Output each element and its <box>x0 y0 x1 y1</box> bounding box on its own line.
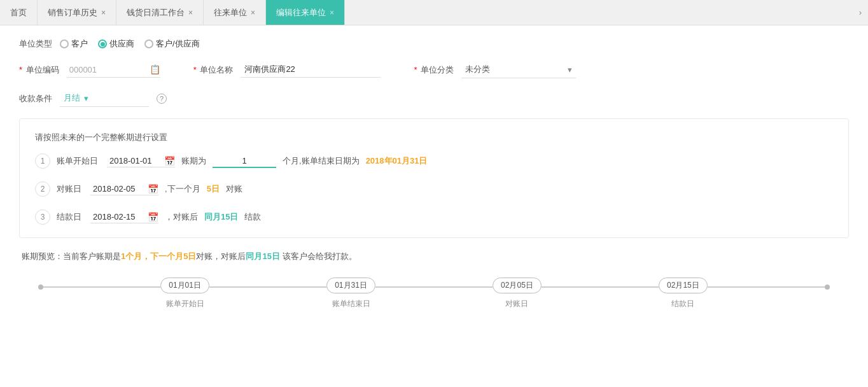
tab-partner-close[interactable]: × <box>251 8 255 17</box>
unit-code-label: * 单位编码 <box>19 64 59 76</box>
required-star-name: * <box>193 65 197 74</box>
period-start-date-wrap: 📅 <box>107 155 175 167</box>
tab-sales-label: 销售订单历史 <box>48 7 97 18</box>
preview-text: 账期预览：当前客户账期是1个月，下一个月5日对账，对账后同月15日 该客户会给我… <box>19 251 849 262</box>
period-desc-3b: 结款 <box>244 211 261 223</box>
period-num-3: 3 <box>35 209 50 225</box>
period-recon-date-wrap: 📅 <box>90 183 158 195</box>
period-desc-3a: ，对账后 <box>165 211 198 223</box>
tl-label-3: 对账日 <box>505 299 528 309</box>
period-row-1: 1 账单开始日 📅 账期为 个月,账单结束日期为 2018年01月31日 <box>35 153 833 169</box>
unit-code-row: * 单位编码 📋 * 单位名称 * 单位分类 未分类 ▾ <box>19 61 849 78</box>
period-row-3: 3 结款日 📅 ，对账后 同月15日 结款 <box>35 209 833 225</box>
tab-partner[interactable]: 往来单位 × <box>204 0 266 25</box>
tab-edit-partner-label: 编辑往来单位 <box>276 7 326 18</box>
period-recon-day: 5日 <box>207 183 220 195</box>
tl-seg-5 <box>708 286 825 288</box>
unit-code-input-wrap: 📋 <box>67 62 160 78</box>
tabs-bar: 首页 销售订单历史 × 钱货日清工作台 × 往来单位 × 编辑往来单位 × › <box>0 0 868 25</box>
tl-seg-1 <box>43 286 160 288</box>
unit-category-select[interactable]: 未分类 ▾ <box>461 61 576 78</box>
tab-sales-history[interactable]: 销售订单历史 × <box>38 0 116 25</box>
period-pay-date-input[interactable] <box>90 211 148 223</box>
period-box: 请按照未来的一个完整帐期进行设置 1 账单开始日 📅 账期为 个月,账单结束日期… <box>19 118 849 238</box>
timeline-container: 01月01日 账单开始日 01月31日 账单结束日 02月05日 对账日 02月… <box>19 278 849 309</box>
radio-customer[interactable]: 客户 <box>60 38 88 50</box>
tab-cash-close[interactable]: × <box>188 8 193 17</box>
period-months-input[interactable] <box>213 155 276 168</box>
radio-supplier[interactable]: 供应商 <box>98 38 134 50</box>
tl-label-1: 账单开始日 <box>166 299 204 309</box>
tl-pill-2: 01月31日 <box>326 278 375 293</box>
preview-mid: 对账，对账后 <box>196 251 246 261</box>
unit-category-value: 未分类 <box>465 64 490 75</box>
unit-name-input[interactable] <box>241 62 381 78</box>
tl-pill-4: 02月15日 <box>659 278 708 293</box>
unit-category-label: * 单位分类 <box>414 64 454 76</box>
period-desc-2b: 对账 <box>226 183 242 195</box>
period-num-1: 1 <box>35 153 50 169</box>
period-end-date: 2018年01月31日 <box>366 155 428 167</box>
period-title: 请按照未来的一个完整帐期进行设置 <box>35 132 833 143</box>
tab-edit-partner[interactable]: 编辑往来单位 × <box>266 0 345 25</box>
period-pay-label: 结款日 <box>57 211 81 223</box>
tab-home-label: 首页 <box>10 7 27 18</box>
radio-cs-circle <box>144 39 153 48</box>
preview-prefix: 账期预览：当前客户账期是 <box>22 251 121 261</box>
tl-node-3: 02月05日 对账日 <box>493 278 542 309</box>
period-pay-date-wrap: 📅 <box>90 211 158 223</box>
preview-part1: 1个月， <box>121 251 150 261</box>
period-start-label: 账单开始日 <box>57 155 98 167</box>
payment-term-arrow: ▾ <box>84 94 88 103</box>
period-recon-cal-icon[interactable]: 📅 <box>148 184 158 194</box>
payment-term-row: 收款条件 月结 ▾ ? <box>19 90 849 107</box>
period-pay-day: 同月15日 <box>204 211 238 223</box>
period-start-cal-icon[interactable]: 📅 <box>164 156 175 166</box>
tab-cash-label: 钱货日清工作台 <box>127 7 185 18</box>
unit-type-radio-group: 客户 供应商 客户/供应商 <box>60 38 200 50</box>
tab-edit-partner-close[interactable]: × <box>330 8 334 17</box>
tl-seg-2 <box>209 286 326 288</box>
period-recon-label: 对账日 <box>57 183 81 195</box>
payment-term-select[interactable]: 月结 ▾ <box>60 90 149 107</box>
radio-customer-supplier[interactable]: 客户/供应商 <box>144 38 200 50</box>
unit-code-icon[interactable]: 📋 <box>150 64 160 74</box>
period-desc-1a: 账期为 <box>181 155 206 167</box>
period-pay-cal-icon[interactable]: 📅 <box>148 212 158 222</box>
tl-node-2: 01月31日 账单结束日 <box>326 278 375 309</box>
preview-suffix: 该客户会给我打款。 <box>283 251 357 261</box>
tl-label-2: 账单结束日 <box>332 299 370 309</box>
main-content: 单位类型 客户 供应商 客户/供应商 * 单位编码 📋 * <box>0 25 868 387</box>
preview-part2: 下一个月5日 <box>150 251 196 261</box>
period-desc-2a: ,下一个月 <box>165 183 200 195</box>
tl-label-4: 结款日 <box>671 299 694 309</box>
unit-code-input[interactable] <box>67 62 150 77</box>
period-desc-1b: 个月,账单结束日期为 <box>283 155 360 167</box>
tab-sales-close[interactable]: × <box>101 8 106 17</box>
payment-term-help[interactable]: ? <box>157 94 167 104</box>
tab-partner-label: 往来单位 <box>214 7 247 18</box>
tl-node-4: 02月15日 结款日 <box>659 278 708 309</box>
tab-cash-work[interactable]: 钱货日清工作台 × <box>116 0 204 25</box>
unit-type-label: 单位类型 <box>19 38 52 50</box>
payment-term-value: 月结 <box>64 92 80 104</box>
period-start-date-input[interactable] <box>107 155 164 167</box>
required-star-code: * <box>19 65 22 74</box>
tab-home[interactable]: 首页 <box>0 0 38 25</box>
radio-customer-label: 客户 <box>71 38 88 50</box>
radio-customer-circle <box>60 39 69 48</box>
tl-seg-4 <box>542 286 659 288</box>
period-recon-date-input[interactable] <box>90 183 148 195</box>
tl-right-dot <box>825 285 830 290</box>
preview-part3: 同月15日 <box>246 251 279 261</box>
unit-type-row: 单位类型 客户 供应商 客户/供应商 <box>19 38 849 50</box>
tl-seg-3 <box>375 286 493 288</box>
radio-cs-label: 客户/供应商 <box>156 38 200 50</box>
tab-more-arrow[interactable]: › <box>853 0 868 25</box>
tl-node-1: 01月01日 账单开始日 <box>160 278 209 309</box>
unit-name-label: * 单位名称 <box>193 64 234 76</box>
required-star-cat: * <box>414 65 417 74</box>
period-row-2: 2 对账日 📅 ,下一个月 5日 对账 <box>35 181 833 197</box>
period-num-2: 2 <box>35 181 50 197</box>
tl-left-dot <box>38 285 43 290</box>
